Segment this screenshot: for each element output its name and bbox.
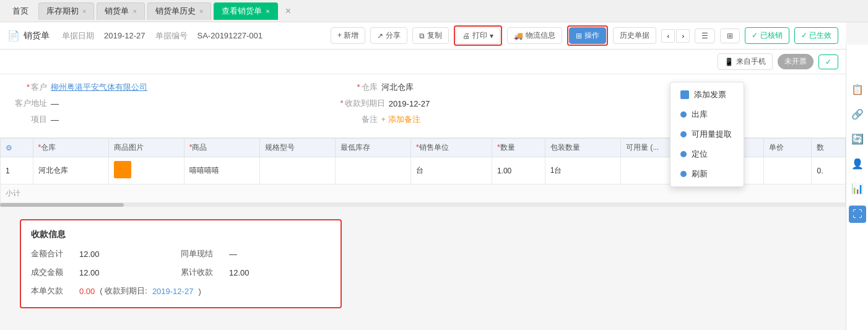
copy-button[interactable]: ⧉ 复制 bbox=[412, 27, 449, 44]
total-amount-value: 12.00 bbox=[79, 250, 100, 259]
cumulative-value: 12.00 bbox=[229, 268, 250, 277]
cell-warehouse: 河北仓库 bbox=[33, 157, 108, 185]
payment-title: 收款信息 bbox=[31, 229, 331, 240]
cell-price bbox=[764, 157, 812, 185]
duedate-value: 2019-12-27 bbox=[389, 99, 430, 108]
operations-dropdown: 添加发票 出库 可用量提取 定位 刷新 bbox=[670, 82, 744, 187]
effective-button[interactable]: ✓ 已生效 bbox=[794, 27, 838, 44]
view-toggle-grid[interactable]: ⊞ bbox=[720, 28, 740, 43]
tab-sales[interactable]: 销货单 × bbox=[97, 2, 144, 20]
operations-button[interactable]: ⊞ 操作 bbox=[569, 27, 606, 44]
customer-value[interactable]: 柳州粤港平安气体有限公司 bbox=[51, 82, 147, 93]
col-warehouse: *仓库 bbox=[33, 139, 108, 157]
print-button[interactable]: 🖨 打印 ▾ bbox=[456, 27, 500, 44]
from-mobile-button[interactable]: 📱 来自手机 bbox=[718, 53, 773, 70]
share-button[interactable]: ↗ 分享 bbox=[370, 27, 407, 44]
project-field: 项目 — bbox=[10, 114, 341, 125]
payment-grid: 金额合计 12.00 同单现结 — 成交金额 12.00 累计收款 bbox=[31, 246, 331, 298]
nav-arrows: ‹ › bbox=[661, 29, 690, 43]
dropdown-available-qty[interactable]: 可用量提取 bbox=[671, 124, 744, 144]
outbound-icon bbox=[680, 111, 687, 118]
print-highlight-box: 🖨 打印 ▾ bbox=[454, 25, 502, 46]
next-button[interactable]: › bbox=[676, 29, 690, 43]
tab-home[interactable]: 首页 bbox=[5, 2, 36, 20]
cell-qty: 1.00 bbox=[492, 157, 545, 185]
sold-button[interactable]: ✓ 已核销 bbox=[745, 27, 789, 44]
locate-icon bbox=[680, 151, 687, 157]
doc-title: 📄 销货单 bbox=[7, 30, 50, 41]
refresh-icon bbox=[680, 171, 687, 177]
dropdown-refresh[interactable]: 刷新 bbox=[671, 164, 744, 184]
project-value: — bbox=[51, 115, 59, 124]
subtotal-row: 小计 bbox=[1, 185, 846, 203]
truck-icon: 🚚 bbox=[514, 32, 523, 40]
tab-sales-history[interactable]: 销货单历史 × bbox=[147, 2, 211, 20]
right-sidebar: 📋 🔗 🔄 👤 📊 ⛶ bbox=[846, 45, 868, 330]
toolbar-actions: + 新增 ↗ 分享 ⧉ 复制 🖨 打印 ▾ bbox=[331, 25, 838, 46]
cell-image bbox=[108, 157, 184, 185]
view-toggle-list[interactable]: ☰ bbox=[695, 28, 715, 43]
address-field: 客户地址 — bbox=[10, 98, 341, 109]
cell-pack-qty: 1台 bbox=[545, 157, 620, 185]
tab-inventory[interactable]: 库存期初 × bbox=[38, 2, 94, 20]
subtotal-label: 小计 bbox=[1, 185, 846, 203]
sidebar-icon-expand[interactable]: ⛶ bbox=[849, 206, 866, 223]
dropdown-add-invoice[interactable]: 添加发票 bbox=[671, 85, 744, 105]
sidebar-icon-2[interactable]: 🔗 bbox=[850, 106, 865, 121]
doc-date: 2019-12-27 bbox=[104, 31, 145, 40]
total-amount-row: 金额合计 12.00 bbox=[31, 246, 181, 261]
warehouse-value: 河北仓库 bbox=[381, 82, 414, 93]
grid-icon: ⊞ bbox=[576, 32, 582, 40]
available-qty-icon bbox=[680, 131, 687, 137]
dropdown-locate[interactable]: 定位 bbox=[671, 144, 744, 164]
confirm-button[interactable]: ✓ bbox=[818, 54, 838, 69]
operations-highlight-box: ⊞ 操作 bbox=[567, 25, 608, 46]
product-image bbox=[114, 161, 131, 178]
col-price: 单价 bbox=[764, 139, 812, 157]
new-button[interactable]: + 新增 bbox=[331, 27, 365, 44]
col-unit: *销售单位 bbox=[411, 139, 492, 157]
sidebar-icon-1[interactable]: 📋 bbox=[850, 82, 865, 97]
overdue-row: 本单欠款 0.00 ( 收款到期日: 2019-12-27 ) bbox=[31, 284, 331, 298]
tab-close-sales[interactable]: × bbox=[132, 7, 136, 15]
due-date-note-value: 2019-12-27 bbox=[152, 287, 194, 296]
history-button[interactable]: 历史单据 bbox=[613, 27, 656, 44]
address-value: — bbox=[51, 99, 59, 108]
col-other: 数 bbox=[812, 139, 846, 157]
dropdown-outbound[interactable]: 出库 bbox=[671, 105, 744, 124]
doc-icon: 📄 bbox=[7, 30, 20, 41]
overdue-value: 0.00 bbox=[79, 287, 95, 296]
sidebar-icon-3[interactable]: 🔄 bbox=[850, 131, 865, 146]
logistics-button[interactable]: 🚚 物流信息 bbox=[507, 27, 562, 44]
cell-spec bbox=[259, 157, 335, 185]
tab-view-sales[interactable]: 查看销货单 × bbox=[214, 2, 277, 20]
add-note-button[interactable]: + 添加备注 bbox=[381, 114, 420, 125]
action-row: 📱 来自手机 未开票 ✓ bbox=[0, 50, 846, 74]
tab-close-view-sales[interactable]: × bbox=[266, 7, 269, 15]
col-pack-qty: 包装数量 bbox=[545, 139, 620, 157]
duedate-field: *收款到期日 2019-12-27 bbox=[341, 98, 671, 109]
cell-num: 1 bbox=[1, 157, 33, 185]
unopened-button[interactable]: 未开票 bbox=[778, 54, 814, 69]
window-close-button[interactable]: × bbox=[285, 6, 291, 17]
deal-amount-value: 12.00 bbox=[79, 268, 100, 277]
sidebar-icon-5[interactable]: 📊 bbox=[850, 181, 865, 196]
print-icon: 🖨 bbox=[462, 32, 470, 40]
sidebar-icon-4[interactable]: 👤 bbox=[850, 156, 865, 171]
cell-product: 嘻嘻嘻嘻 bbox=[184, 157, 259, 185]
col-spec: 规格型号 bbox=[259, 139, 335, 157]
tab-close-inventory[interactable]: × bbox=[82, 7, 86, 15]
same-order-row: 同单现结 — bbox=[181, 246, 331, 261]
mobile-icon: 📱 bbox=[724, 58, 734, 66]
deal-amount-row: 成交金额 12.00 bbox=[31, 265, 181, 280]
prev-button[interactable]: ‹ bbox=[661, 29, 675, 43]
col-settings[interactable]: ⚙ bbox=[1, 139, 33, 157]
customer-field: *客户 柳州粤港平安气体有限公司 bbox=[10, 82, 341, 93]
col-min-stock: 最低库存 bbox=[335, 139, 410, 157]
col-product: *商品 bbox=[184, 139, 259, 157]
tab-bar: 首页 库存期初 × 销货单 × 销货单历史 × 查看销货单 × × bbox=[0, 0, 868, 22]
share-icon: ↗ bbox=[377, 32, 383, 40]
add-invoice-icon bbox=[680, 90, 689, 99]
cell-unit: 台 bbox=[411, 157, 492, 185]
tab-close-sales-history[interactable]: × bbox=[199, 7, 203, 15]
